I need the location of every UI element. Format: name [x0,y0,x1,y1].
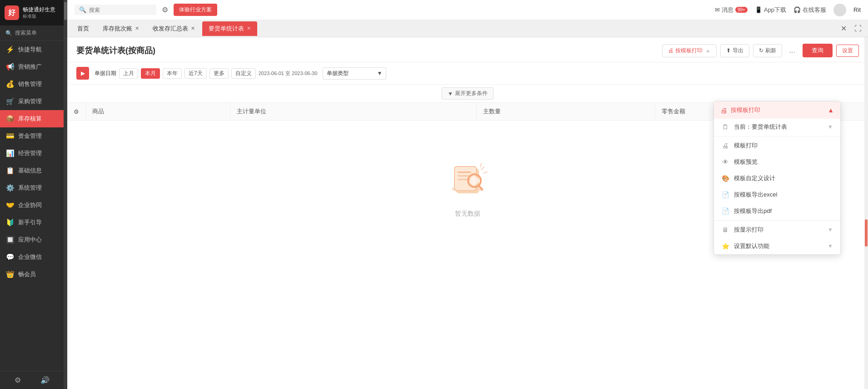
search-menu-label: 搜索菜单 [15,29,37,37]
print-dropdown-title: 按模板打印 [731,106,760,114]
print-dropdown-header[interactable]: 🖨 按模板打印 ▲ [714,101,840,119]
messages-label: 消息 [722,6,733,14]
page-title: 要货单统计表(按商品) [76,45,155,56]
expand-icon: ▼ [448,91,453,97]
header-search-input[interactable] [89,7,144,13]
sidebar-item-wechat[interactable]: 💬 企业微信 [0,248,64,266]
sidebar-item-member[interactable]: 👑 畅会员 [0,266,64,283]
tab-batch-account[interactable]: 库存批次账 ✕ [96,21,145,36]
header-right: ✉ 消息 99+ 📱 App下载 🎧 在线客服 Rit [715,4,861,16]
search-menu-btn[interactable]: 🔍 搜索菜单 [0,25,64,41]
date-btn-more[interactable]: 更多 [210,68,229,79]
toolbar-expand-btn[interactable]: ▶ [76,67,89,80]
current-template-icon: 🗒 [721,123,729,131]
export-btn[interactable]: ⬆ 导出 [720,44,749,57]
display-print-label: 按显示打印 [734,226,763,234]
tab-receipt-summary[interactable]: 收发存汇总表 ✕ [146,21,201,36]
sidebar-item-purchase[interactable]: 🛒 采购管理 [0,93,64,110]
date-filter-label: 单据日期 [95,70,116,77]
svg-line-10 [481,167,484,170]
col-quantity: 主数量 [477,103,655,121]
right-scrollbar[interactable] [864,37,868,389]
template-preview-label: 模板预览 [734,158,758,166]
expand-more-label: 展开更多条件 [455,90,488,97]
svg-rect-5 [458,175,469,177]
type-filter-select[interactable]: 单据类型 ▼ [323,67,386,80]
marketing-icon: 📢 [5,63,15,71]
sidebar-item-basic[interactable]: 📋 基础信息 [0,162,64,179]
date-btn-this-year[interactable]: 本年 [163,68,182,79]
sidebar-item-finance[interactable]: 💳 资金管理 [0,127,64,145]
date-btn-7days[interactable]: 近7天 [185,68,207,79]
sidebar-item-apps[interactable]: 🔲 应用中心 [0,231,64,248]
trial-btn[interactable]: 体验行业方案 [174,4,217,16]
tab-receipt-summary-label: 收发存汇总表 [153,25,188,33]
settings-footer-btn[interactable]: ⚙ [15,376,21,384]
header-gear-btn[interactable]: ⚙ [162,5,168,14]
print-dropdown-title-area: 🖨 按模板打印 [720,106,760,114]
main-content: 🔍 ⚙ 体验行业方案 ✉ 消息 99+ 📱 App下载 🎧 在线客服 Rit [67,0,868,389]
expand-more-btn[interactable]: ▼ 展开更多条件 [442,87,494,100]
current-template-item[interactable]: 🗒 当前：要货单统计表 ▼ [714,119,840,135]
refresh-btn[interactable]: ↻ 刷新 [753,44,782,57]
sidebar-item-label: 企业微信 [18,253,42,261]
template-export-pdf-item[interactable]: 📄 按模板导出pdf [714,203,840,219]
app-badge: 标准版 [23,13,55,20]
sidebar-item-inventory[interactable]: 📦 库存核算 [0,110,64,127]
sidebar-item-guide[interactable]: 🔰 新手引导 [0,214,64,231]
messages-btn[interactable]: ✉ 消息 99+ [715,6,748,14]
top-action-bar: 🖨 按模板打印 ▲ ⬆ 导出 ↻ 刷新 ... 查询 设置 [662,44,859,57]
export-icon: ⬆ [726,47,731,54]
sidebar-item-operation[interactable]: 📊 经营管理 [0,145,64,162]
sidebar-item-quick-nav[interactable]: ⚡ 快捷导航 [0,41,64,58]
user-avatar[interactable] [833,4,846,16]
template-export-excel-item[interactable]: 📄 按模板导出excel [714,187,840,203]
set-default-item[interactable]: ⭐ 设置默认功能 ▼ [714,238,840,254]
template-print-item[interactable]: 🖨 模板打印 [714,137,840,154]
template-preview-item[interactable]: 👁 模板预览 [714,154,840,170]
sidebar-item-collab[interactable]: 🤝 企业协同 [0,197,64,214]
date-btn-last-month[interactable]: 上月 [119,68,138,79]
header-search-bar[interactable]: 🔍 [75,5,156,15]
date-range-text: 2023-06-01 至 2023-06-30 [259,70,318,77]
set-default-arrow: ▼ [828,243,833,249]
query-btn[interactable]: 查询 [803,44,833,57]
print-template-btn[interactable]: 🖨 按模板打印 ▲ [662,44,717,57]
service-icon: 🎧 [793,6,801,13]
print-dropdown-close-icon[interactable]: ▲ [828,106,834,114]
app-download-btn[interactable]: 📱 App下载 [755,6,786,14]
sidebar-item-sales[interactable]: 💰 销售管理 [0,76,64,93]
date-btn-custom[interactable]: 自定义 [231,68,256,79]
sidebar-item-label: 经营管理 [18,149,42,157]
tab-order-stats[interactable]: 要货单统计表 ✕ [202,21,257,36]
tab-receipt-summary-close[interactable]: ✕ [191,25,195,31]
display-print-item[interactable]: 🖥 按显示打印 ▼ [714,222,840,238]
dropdown-divider-2 [714,220,840,221]
expand-more-row: ▼ 展开更多条件 [67,85,868,103]
set-default-label: 设置默认功能 [734,242,769,250]
more-actions-btn[interactable]: ... [786,45,799,56]
sidebar-item-label: 采购管理 [18,97,42,106]
sidebar-item-label: 快捷导航 [18,45,42,54]
sidebar-scrollbar[interactable] [64,0,67,389]
date-btn-this-month[interactable]: 本月 [141,68,160,79]
tabs-close-all-btn[interactable]: ✕ [837,22,850,35]
template-preview-icon: 👁 [721,158,729,166]
online-service-btn[interactable]: 🎧 在线客服 [793,6,826,14]
operation-icon: 📊 [5,149,15,157]
sidebar-item-label: 应用中心 [18,236,42,244]
apps-icon: 🔲 [5,236,15,244]
tab-batch-account-close[interactable]: ✕ [135,25,139,31]
template-print-icon: 🖨 [721,142,729,149]
tabs-maximize-btn[interactable]: ⛶ [852,22,864,35]
settings-btn[interactable]: 设置 [836,45,859,57]
sidebar-scroll-thumb [64,2,67,20]
sidebar-item-system[interactable]: ⚙️ 系统管理 [0,179,64,197]
tab-order-stats-close[interactable]: ✕ [247,25,251,31]
audio-footer-btn[interactable]: 🔊 [40,376,50,384]
sidebar-item-marketing[interactable]: 📢 营销推广 [0,58,64,76]
display-print-left: 🖥 按显示打印 [721,226,763,234]
col-settings[interactable]: ⚙ [67,103,86,121]
template-custom-item[interactable]: 🎨 模板自定义设计 [714,170,840,187]
tab-home[interactable]: 首页 [71,21,95,36]
